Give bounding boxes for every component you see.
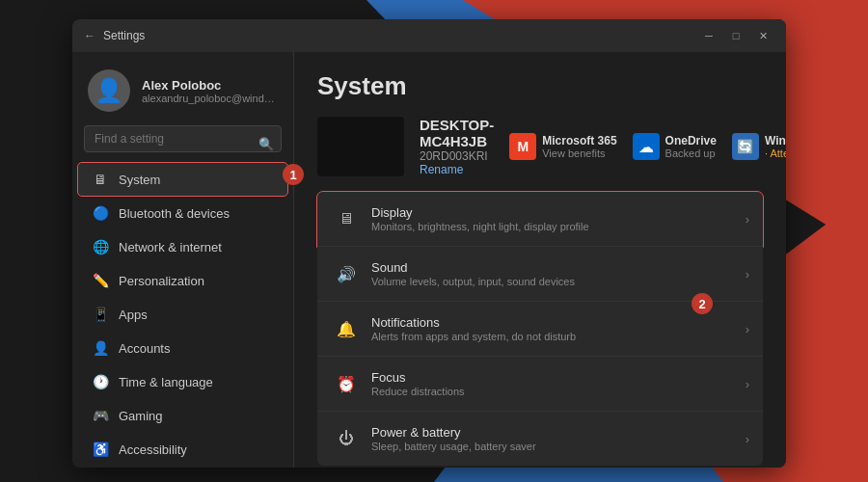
focus-name: Focus bbox=[371, 370, 746, 385]
page-title: System bbox=[317, 71, 763, 101]
power-icon: ⏻ bbox=[331, 423, 362, 454]
user-name: Alex Poloboc bbox=[142, 78, 278, 93]
sound-name: Sound bbox=[371, 260, 746, 275]
accessibility-icon: ♿ bbox=[92, 442, 109, 457]
avatar: 👤 bbox=[88, 69, 130, 112]
ms365-icon: M bbox=[509, 133, 536, 160]
display-desc: Monitors, brightness, night light, displ… bbox=[371, 221, 746, 232]
sidebar-item-label-personalization: Personalization bbox=[119, 274, 204, 288]
sidebar-item-label-system: System bbox=[119, 173, 160, 187]
device-row: DESKTOP-MC4H3JB 20RD003KRI Rename M Micr… bbox=[317, 117, 763, 176]
settings-list: 🖥 Display Monitors, brightness, night li… bbox=[317, 192, 763, 466]
focus-desc: Reduce distractions bbox=[371, 386, 746, 397]
titlebar-controls: ─ □ ✕ bbox=[697, 26, 774, 45]
sound-text: Sound Volume levels, output, input, soun… bbox=[371, 260, 746, 287]
search-input[interactable] bbox=[84, 125, 282, 152]
badge-1: 1 bbox=[283, 164, 304, 185]
badge-2: 2 bbox=[692, 293, 713, 314]
sidebar-item-label-accessibility: Accessibility bbox=[119, 442, 187, 457]
sidebar-item-network[interactable]: 🌐 Network & internet bbox=[78, 230, 287, 263]
settings-item-display[interactable]: 🖥 Display Monitors, brightness, night li… bbox=[317, 192, 763, 247]
minimize-button[interactable]: ─ bbox=[697, 26, 720, 45]
sidebar-item-bluetooth[interactable]: 🔵 Bluetooth & devices bbox=[78, 197, 287, 229]
sidebar-item-label-accounts: Accounts bbox=[119, 341, 170, 356]
sidebar: 👤 Alex Poloboc alexandru_poloboc@windows… bbox=[72, 52, 294, 468]
service-onedrive[interactable]: ☁ OneDrive Backed up bbox=[633, 133, 717, 160]
back-button[interactable]: ← bbox=[84, 29, 95, 42]
device-name: DESKTOP-MC4H3JB bbox=[420, 117, 494, 149]
onedrive-icon: ☁ bbox=[633, 133, 660, 160]
titlebar: ← Settings ─ □ ✕ bbox=[72, 19, 786, 52]
notifications-icon: 🔔 bbox=[331, 313, 362, 344]
sidebar-item-label-gaming: Gaming bbox=[119, 409, 163, 423]
service-ms365[interactable]: M Microsoft 365 View benefits bbox=[509, 133, 616, 160]
notifications-chevron: › bbox=[746, 322, 749, 336]
display-text: Display Monitors, brightness, night ligh… bbox=[371, 205, 746, 232]
titlebar-title: Settings bbox=[103, 29, 145, 42]
notifications-name: Notifications bbox=[371, 315, 746, 330]
search-container: 🔍 bbox=[72, 125, 293, 162]
focus-text: Focus Reduce distractions bbox=[371, 370, 746, 397]
display-icon: 🖥 bbox=[331, 203, 362, 234]
focus-chevron: › bbox=[746, 377, 749, 391]
focus-icon: ⏰ bbox=[331, 368, 362, 399]
sidebar-item-privacy[interactable]: 🛡 Privacy & security bbox=[78, 467, 287, 468]
winupdate-icon: 🔄 bbox=[732, 133, 759, 160]
sidebar-item-label-bluetooth: Bluetooth & devices bbox=[119, 206, 230, 221]
main-layout: 👤 Alex Poloboc alexandru_poloboc@windows… bbox=[72, 52, 786, 468]
device-rename[interactable]: Rename bbox=[420, 163, 494, 176]
notifications-text: Notifications Alerts from apps and syste… bbox=[371, 315, 746, 342]
accounts-icon: 👤 bbox=[92, 340, 109, 356]
avatar-icon: 👤 bbox=[95, 79, 123, 102]
time-icon: 🕐 bbox=[92, 374, 109, 389]
apps-icon: 📱 bbox=[92, 307, 109, 322]
gaming-icon: 🎮 bbox=[92, 408, 109, 423]
sidebar-item-personalization[interactable]: ✏️ Personalization bbox=[78, 264, 287, 297]
user-profile[interactable]: 👤 Alex Poloboc alexandru_poloboc@windows… bbox=[72, 52, 293, 125]
power-desc: Sleep, battery usage, battery saver bbox=[371, 441, 746, 452]
onedrive-text: OneDrive Backed up bbox=[665, 134, 717, 159]
display-name: Display bbox=[371, 205, 746, 220]
device-info: DESKTOP-MC4H3JB 20RD003KRI Rename bbox=[420, 117, 494, 176]
ms365-text: Microsoft 365 View benefits bbox=[542, 134, 616, 159]
close-button[interactable]: ✕ bbox=[751, 26, 774, 45]
sound-icon: 🔊 bbox=[331, 258, 362, 289]
device-thumbnail bbox=[317, 117, 404, 176]
settings-window: ← Settings ─ □ ✕ 👤 Alex Poloboc alexandr… bbox=[72, 19, 786, 468]
bluetooth-icon: 🔵 bbox=[92, 205, 109, 221]
service-winupdate[interactable]: 🔄 Windows Update · Attention needed bbox=[732, 133, 786, 160]
system-icon: 🖥 bbox=[92, 172, 109, 187]
sound-desc: Volume levels, output, input, sound devi… bbox=[371, 276, 746, 287]
sidebar-item-accounts[interactable]: 👤 Accounts bbox=[78, 332, 287, 364]
power-text: Power & battery Sleep, battery usage, ba… bbox=[371, 425, 746, 452]
sidebar-item-label-apps: Apps bbox=[119, 308, 148, 322]
settings-item-focus[interactable]: ⏰ Focus Reduce distractions › bbox=[317, 357, 763, 412]
nav-list: 🖥 System 🔵 Bluetooth & devices 🌐 Network… bbox=[72, 163, 293, 468]
power-chevron: › bbox=[746, 432, 749, 446]
sidebar-item-accessibility[interactable]: ♿ Accessibility bbox=[78, 433, 287, 466]
titlebar-left: ← Settings bbox=[84, 29, 145, 42]
device-services: M Microsoft 365 View benefits ☁ OneDrive… bbox=[509, 133, 786, 160]
winupdate-text: Windows Update · Attention needed bbox=[765, 134, 786, 159]
sidebar-item-time[interactable]: 🕐 Time & language bbox=[78, 365, 287, 398]
sidebar-item-label-time: Time & language bbox=[119, 375, 213, 389]
user-info: Alex Poloboc alexandru_poloboc@windowsre… bbox=[142, 78, 278, 104]
sidebar-item-label-network: Network & internet bbox=[119, 240, 222, 254]
sidebar-item-system[interactable]: 🖥 System bbox=[78, 163, 287, 196]
sidebar-item-apps[interactable]: 📱 Apps bbox=[78, 298, 287, 331]
maximize-button[interactable]: □ bbox=[724, 26, 747, 45]
personalization-icon: ✏️ bbox=[92, 273, 109, 288]
notifications-desc: Alerts from apps and system, do not dist… bbox=[371, 331, 746, 342]
sound-chevron: › bbox=[746, 267, 749, 281]
device-id: 20RD003KRI bbox=[420, 149, 494, 163]
content-area: System DESKTOP-MC4H3JB 20RD003KRI Rename… bbox=[294, 52, 786, 468]
settings-item-power[interactable]: ⏻ Power & battery Sleep, battery usage, … bbox=[317, 412, 763, 466]
network-icon: 🌐 bbox=[92, 239, 109, 254]
user-email: alexandru_poloboc@windowsreport... bbox=[142, 93, 278, 104]
power-name: Power & battery bbox=[371, 425, 746, 440]
sidebar-item-gaming[interactable]: 🎮 Gaming bbox=[78, 399, 287, 432]
display-chevron: › bbox=[746, 212, 749, 227]
